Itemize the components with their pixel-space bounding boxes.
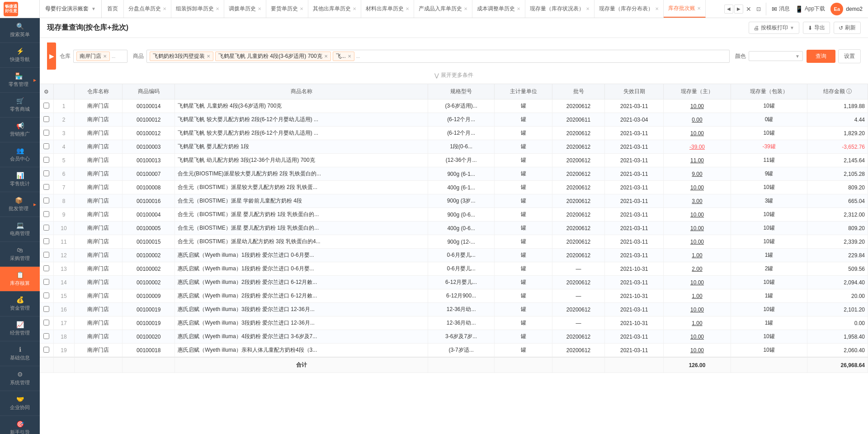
row-qty-main-10[interactable]: 10.00 [664, 235, 731, 249]
sidebar-item-system[interactable]: ⚙ 系统管理 [0, 366, 40, 391]
row-qty-main-1[interactable]: 0.00 [664, 113, 731, 127]
row-qty-main-17[interactable]: 10.00 [664, 330, 731, 344]
row-checkbox-15[interactable] [40, 303, 53, 316]
row-qty-main-11[interactable]: 1.00 [664, 249, 731, 262]
sidebar-item-retail[interactable]: 🏪 零售管理 ▶ [0, 68, 40, 93]
row-checkbox-2[interactable] [40, 127, 53, 140]
tab-qi-ta[interactable]: 其他出库单历史 ✕ [308, 0, 361, 18]
row-qty-main-6[interactable]: 10.00 [664, 181, 731, 194]
sidebar-item-operation[interactable]: 📈 经营管理 [0, 316, 40, 341]
row-checkbox-13[interactable] [40, 276, 53, 289]
sidebar-item-member[interactable]: 👥 会员中心 [0, 142, 40, 167]
tab-pi-ci-close[interactable]: ✕ [697, 6, 701, 11]
filter-expand-side-btn[interactable]: ▶ [47, 42, 56, 70]
message-btn[interactable]: ✉ 消息 [772, 5, 790, 13]
row-checkbox-4[interactable] [40, 154, 53, 167]
table-container[interactable]: ⚙ 仓库名称 商品编码 商品名称 规格型号 主计量单位 批号 失效日期 现存量（… [40, 84, 868, 434]
row-qty-main-15[interactable]: 10.00 [664, 303, 731, 316]
tab-fen-pan-close[interactable]: ✕ [163, 6, 166, 11]
tab-home[interactable]: 首页 [102, 0, 124, 18]
product-tag-1-remove[interactable]: ✕ [207, 54, 210, 59]
tab-maximize-btn[interactable]: ⊡ [754, 5, 763, 14]
tab-cai-liao[interactable]: 材料出库单历史 ✕ [361, 0, 414, 18]
tab-xian-cun-fen[interactable]: 现存量（库存分布表） ✕ [594, 0, 664, 18]
btn-template-print[interactable]: 🖨 按模板打印 ▼ [749, 22, 799, 34]
row-qty-main-8[interactable]: 10.00 [664, 208, 731, 222]
row-checkbox-7[interactable] [40, 194, 53, 208]
btn-export[interactable]: ⬇ 导出 [803, 22, 830, 34]
product-input[interactable]: 飞鹤奶粉3段丙壁提装 ✕ 飞鹤星飞帆 儿童奶粉 4段(3-6岁适用) 700克 … [146, 50, 730, 63]
row-qty-main-3[interactable]: -39.00 [664, 140, 731, 154]
row-checkbox-9[interactable] [40, 222, 53, 235]
sidebar-item-purchase[interactable]: 🛍 采购管理 [0, 242, 40, 267]
tab-chan-pin[interactable]: 产成品入库单历史 ✕ [414, 0, 472, 18]
row-checkbox-10[interactable] [40, 235, 53, 249]
row-qty-main-16[interactable]: 1.00 [664, 316, 731, 330]
tab-xian-cun-ku[interactable]: 现存量（库存状况表） ✕ [525, 0, 594, 18]
sidebar-item-marketing[interactable]: 📢 营销推广 [0, 118, 40, 142]
tab-prev-btn[interactable]: ◀ [724, 5, 733, 14]
sidebar-item-basic[interactable]: ℹ 基础信息 [0, 341, 40, 366]
row-checkbox-0[interactable] [40, 99, 53, 113]
color-select[interactable]: ▼ [749, 51, 803, 61]
tab-xian-cun-ku-close[interactable]: ✕ [586, 6, 590, 11]
user-profile-btn[interactable]: Ea demo2 [830, 3, 863, 15]
row-qty-main-14[interactable]: 1.00 [664, 289, 731, 303]
row-qty-main-5[interactable]: 9.00 [664, 167, 731, 181]
sidebar-item-newguide[interactable]: 🎯 新手引导 [0, 416, 40, 434]
warehouse-tag-remove[interactable]: ✕ [103, 54, 107, 59]
sidebar-item-inventory[interactable]: 📋 库存核算 [0, 267, 40, 292]
settings-gear-icon[interactable]: ⚙ [44, 89, 49, 95]
tab-zu-chai[interactable]: 组装拆卸单历史 ✕ [171, 0, 224, 18]
tab-cheng-ben-close[interactable]: ✕ [517, 6, 520, 11]
tab-pi-ci[interactable]: 库存批次账 ✕ [664, 0, 706, 18]
row-qty-main-13[interactable]: 10.00 [664, 276, 731, 289]
row-checkbox-6[interactable] [40, 181, 53, 194]
sidebar-item-wholesale[interactable]: 📦 批发管理 ▶ [0, 192, 40, 217]
row-qty-main-4[interactable]: 11.00 [664, 154, 731, 167]
sidebar-item-shop[interactable]: 🛒 零售商城 [0, 93, 40, 118]
sidebar-item-enterprise[interactable]: 🤝 企业协同 [0, 391, 40, 416]
tab-chan-pin-close[interactable]: ✕ [464, 6, 467, 11]
warehouse-dropdown-icon[interactable]: ... [112, 54, 115, 59]
tab-tiao-bo[interactable]: 调拨单历史 ✕ [224, 0, 266, 18]
row-checkbox-5[interactable] [40, 167, 53, 181]
app-download-btn[interactable]: 📱 App下载 [795, 5, 825, 13]
expand-conditions-btn[interactable]: ⋁ 展开更多条件 [434, 71, 473, 79]
account-selector[interactable]: 母婴行业演示账套 ▼ [40, 0, 102, 18]
row-qty-main-2[interactable]: 10.00 [664, 127, 731, 140]
row-qty-main-12[interactable]: 2.00 [664, 262, 731, 276]
tab-close-all-btn[interactable]: ✕ [744, 5, 753, 14]
tab-zu-chai-close[interactable]: ✕ [216, 6, 219, 11]
sidebar-item-shortcut[interactable]: ⚡ 快捷导航 [0, 43, 40, 68]
tab-next-btn[interactable]: ▶ [734, 5, 743, 14]
row-checkbox-1[interactable] [40, 113, 53, 127]
row-checkbox-12[interactable] [40, 262, 53, 276]
row-checkbox-8[interactable] [40, 208, 53, 222]
tab-cheng-ben[interactable]: 成本调整单历史 ✕ [472, 0, 525, 18]
sidebar-item-finance[interactable]: 💰 资金管理 [0, 292, 40, 316]
row-checkbox-17[interactable] [40, 330, 53, 344]
tab-cai-liao-close[interactable]: ✕ [406, 6, 409, 11]
row-qty-main-7[interactable]: 3.00 [664, 194, 731, 208]
btn-refresh[interactable]: ↺ 刷新 [834, 22, 861, 34]
row-qty-main-9[interactable]: 10.00 [664, 222, 731, 235]
btn-settings[interactable]: 设置 [838, 49, 861, 63]
row-checkbox-14[interactable] [40, 289, 53, 303]
tab-yao-huo-close[interactable]: ✕ [300, 6, 303, 11]
tab-qi-ta-close[interactable]: ✕ [353, 6, 356, 11]
sidebar-item-stats[interactable]: 📊 零售统计 [0, 167, 40, 192]
row-checkbox-11[interactable] [40, 249, 53, 262]
tab-tiao-bo-close[interactable]: ✕ [258, 6, 261, 11]
warehouse-input[interactable]: 南岸门店 ✕ ... [73, 50, 127, 63]
tab-fen-pan[interactable]: 分盘点单历史 ✕ [124, 0, 171, 18]
product-more-icon[interactable]: ... [356, 54, 360, 59]
product-tag-more-remove[interactable]: ✕ [348, 54, 351, 59]
row-checkbox-18[interactable] [40, 344, 53, 358]
sidebar-item-ecommerce[interactable]: 💻 电商管理 [0, 217, 40, 242]
btn-query[interactable]: 查询 [807, 50, 835, 63]
tab-yao-huo[interactable]: 要货单历史 ✕ [266, 0, 308, 18]
sidebar-item-search[interactable]: 🔍 搜索英单 [0, 18, 40, 43]
row-qty-main-18[interactable]: 10.00 [664, 344, 731, 358]
product-tag-2-remove[interactable]: ✕ [324, 54, 328, 59]
